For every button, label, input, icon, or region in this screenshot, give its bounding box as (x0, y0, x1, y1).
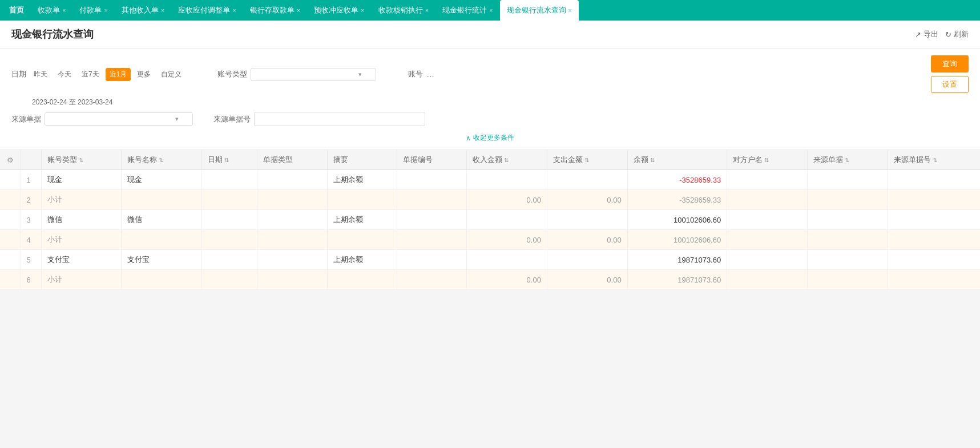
nav-tab-bank-deposit[interactable]: 银行存取款单 × (243, 0, 307, 21)
export-button[interactable]: ↗ 导出 (915, 29, 938, 39)
th-balance[interactable]: 余额 ⇅ (627, 150, 727, 170)
date-label: 日期 (11, 69, 26, 79)
th-source-doc-no[interactable]: 来源单据号 ⇅ (888, 150, 980, 170)
close-icon[interactable]: × (568, 7, 572, 14)
close-icon[interactable]: × (232, 7, 236, 14)
nav-tab-advance-receipt[interactable]: 预收冲应收单 × (307, 0, 371, 21)
nav-tab-receipt-verify[interactable]: 收款核销执行 × (372, 0, 435, 21)
td-account-type: 支付宝 (41, 250, 122, 270)
sort-icon: ⇅ (224, 157, 229, 163)
source-doc-no-filter: 来源单据号 (213, 112, 425, 126)
close-icon[interactable]: × (62, 7, 66, 14)
td-account-type: 小计 (41, 230, 122, 250)
date-btn-more[interactable]: 更多 (133, 68, 155, 81)
sort-icon: ⇅ (159, 157, 163, 163)
th-settings: ⚙ (0, 150, 21, 170)
th-date[interactable]: 日期 ⇅ (202, 150, 257, 170)
td-source-doc (807, 190, 888, 210)
td-balance: 19871073.60 (627, 250, 727, 270)
collapse-label: 收起更多条件 (473, 133, 514, 143)
close-icon[interactable]: × (425, 7, 429, 14)
td-date (202, 250, 257, 270)
sort-icon: ⇅ (933, 157, 937, 163)
account-dots[interactable]: ... (426, 69, 434, 79)
close-icon[interactable]: × (361, 7, 364, 14)
nav-tab-ar-ap-adjust[interactable]: 应收应付调整单 × (171, 0, 243, 21)
date-btn-yesterday[interactable]: 昨天 (30, 68, 51, 81)
th-num (21, 150, 41, 170)
td-settings (0, 210, 21, 230)
date-btn-1month[interactable]: 近1月 (106, 68, 131, 81)
td-account-name: 支付宝 (122, 250, 202, 270)
page-title: 现金银行流水查询 (11, 27, 94, 41)
refresh-button[interactable]: ↻ 刷新 (945, 29, 969, 39)
sort-icon: ⇅ (650, 157, 655, 163)
sort-icon: ⇅ (79, 157, 83, 163)
date-btn-today[interactable]: 今天 (54, 68, 75, 81)
close-icon[interactable]: × (161, 7, 164, 14)
table-row: 4 小计 0.00 0.00 100102606.60 (0, 230, 980, 250)
td-balance: 100102606.60 (627, 210, 727, 230)
close-icon[interactable]: × (297, 7, 300, 14)
td-doc-type (257, 210, 327, 230)
th-doc-type: 单据类型 (257, 150, 327, 170)
close-icon[interactable]: × (104, 7, 107, 14)
th-counterparty[interactable]: 对方户名 ⇅ (727, 150, 808, 170)
close-icon[interactable]: × (489, 7, 493, 14)
nav-tab-cash-bank-stat[interactable]: 现金银行统计 × (435, 0, 499, 21)
export-icon: ↗ (915, 30, 921, 39)
source-doc-select[interactable]: ▾ (45, 112, 193, 126)
th-doc-no: 单据编号 (397, 150, 466, 170)
nav-tab-home[interactable]: 首页 (2, 0, 31, 21)
td-expense (547, 250, 627, 270)
date-range-display: 2023-02-24 至 2023-03-24 (32, 98, 969, 107)
td-doc-no (397, 210, 466, 230)
source-doc-no-input[interactable] (254, 112, 425, 126)
td-account-type: 现金 (41, 170, 122, 190)
page-header: 现金银行流水查询 ↗ 导出 ↻ 刷新 (0, 21, 980, 49)
collapse-up-icon: ∧ (466, 134, 471, 142)
td-account-type: 微信 (41, 210, 122, 230)
account-type-filter: 账号类型 ▾ (217, 68, 376, 81)
query-button[interactable]: 查询 (931, 55, 969, 72)
table-body: 1 现金 现金 上期余额 -3528659.33 2 小计 0.00 0.00 … (0, 170, 980, 290)
date-filter: 日期 昨天 今天 近7天 近1月 更多 自定义 (11, 68, 185, 81)
td-doc-no (397, 270, 466, 290)
td-account-type: 小计 (41, 270, 122, 290)
nav-tab-cash-bank-flow[interactable]: 现金银行流水查询 × (500, 0, 579, 21)
nav-tab-payment[interactable]: 付款单 × (72, 0, 114, 21)
td-income (467, 210, 547, 230)
th-account-type[interactable]: 账号类型 ⇅ (41, 150, 122, 170)
td-balance: 19871073.60 (627, 270, 727, 290)
date-btn-7days[interactable]: 近7天 (78, 68, 103, 81)
td-expense: 0.00 (547, 190, 627, 210)
td-expense (547, 170, 627, 190)
td-source-doc (807, 210, 888, 230)
td-counterparty (727, 190, 808, 210)
source-doc-no-label: 来源单据号 (213, 114, 251, 124)
nav-tab-receipt[interactable]: 收款单 × (31, 0, 72, 21)
th-expense[interactable]: 支出金额 ⇅ (547, 150, 627, 170)
td-source-doc-no (888, 190, 980, 210)
td-date (202, 270, 257, 290)
date-btn-custom[interactable]: 自定义 (157, 68, 185, 81)
th-account-name[interactable]: 账号名称 ⇅ (122, 150, 202, 170)
td-settings (0, 190, 21, 210)
td-summary: 上期余额 (327, 210, 397, 230)
td-summary: 上期余额 (327, 170, 397, 190)
td-expense: 0.00 (547, 230, 627, 250)
td-source-doc-no (888, 170, 980, 190)
account-type-select[interactable]: ▾ (251, 68, 376, 81)
td-date (202, 210, 257, 230)
nav-tab-other-income[interactable]: 其他收入单 × (115, 0, 171, 21)
settings-button[interactable]: 设置 (931, 76, 969, 93)
th-source-doc[interactable]: 来源单据 ⇅ (807, 150, 888, 170)
td-num: 1 (21, 170, 41, 190)
td-doc-type (257, 230, 327, 250)
collapse-bar[interactable]: ∧ 收起更多条件 (11, 131, 969, 145)
td-income: 0.00 (467, 230, 547, 250)
th-income[interactable]: 收入金额 ⇅ (467, 150, 547, 170)
gear-icon[interactable]: ⚙ (7, 156, 14, 164)
td-source-doc-no (888, 250, 980, 270)
td-expense (547, 210, 627, 230)
